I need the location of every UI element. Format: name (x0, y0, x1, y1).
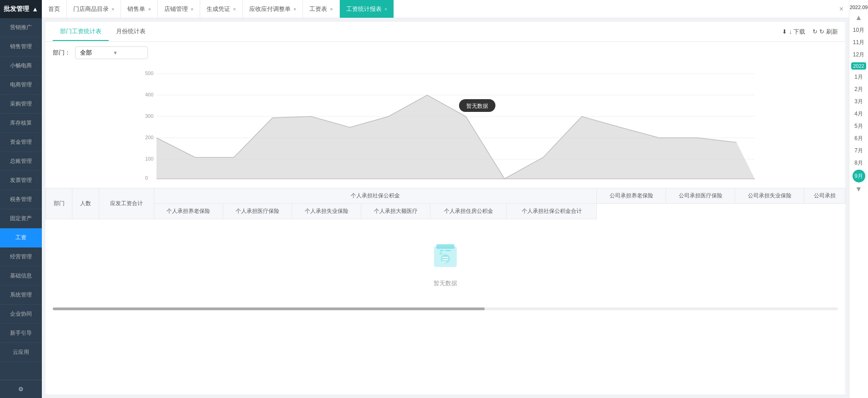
sidebar-item-销售管理[interactable]: 销售管理 (0, 37, 42, 56)
tab-close-icon[interactable]: × (233, 6, 236, 12)
timeline-prev-button[interactable]: ▲ (853, 12, 864, 24)
sidebar-item-资金管理[interactable]: 资金管理 (0, 133, 42, 152)
col-header-total-wage: 应发工资合计 (99, 188, 154, 219)
timeline-month-3[interactable]: 3月 (849, 96, 868, 107)
main-area: 首页门店商品目录×销售单×店铺管理×生成凭证×应收应付调整单×工资表×工资统计报… (42, 0, 849, 398)
sidebar-item-库存核算[interactable]: 库存核算 (0, 114, 42, 133)
settings-icon[interactable]: ⚙ (18, 386, 24, 393)
sidebar-title: 批发管理 (4, 5, 29, 13)
data-table: 部门 人数 应发工资合计 个人承担社保公积金 公司承担养老保险 公司承担医疗保险… (45, 188, 845, 219)
content-area: 部门工资统计表月份统计表 ⬇ ↓ 下载 ↻ ↻ 刷新 部门： 全部 ▼ (45, 22, 845, 394)
tab-close-icon[interactable]: × (111, 6, 114, 12)
sidebar-header: 批发管理 ▲ (0, 0, 42, 18)
sidebar-item-云应用[interactable]: 云应用 (0, 343, 42, 362)
tab-close-icon[interactable]: × (148, 6, 151, 12)
timeline-panel: 2022.09 ▲ 10月 11月 12月 2022 1月 2月 3月 4月 5… (849, 0, 868, 398)
close-all-tabs-button[interactable]: × (834, 5, 849, 13)
chart-area: 500 400 300 200 100 0 暂 (45, 64, 845, 188)
timeline-month-6[interactable]: 6月 (849, 133, 868, 144)
timeline-month-10[interactable]: 10月 (849, 25, 868, 36)
svg-rect-19 (442, 262, 447, 262)
sidebar-item-系统管理[interactable]: 系统管理 (0, 286, 42, 305)
sidebar-item-小畅电商[interactable]: 小畅电商 (0, 56, 42, 76)
department-select[interactable]: 全部 ▼ (75, 46, 148, 59)
table-wrapper[interactable]: 部门 人数 应发工资合计 个人承担社保公积金 公司承担养老保险 公司承担医疗保险… (45, 188, 845, 394)
empty-illustration (427, 237, 464, 274)
tab-close-icon[interactable]: × (384, 6, 387, 12)
svg-point-22 (439, 252, 442, 255)
timeline-month-9-active[interactable]: 9月 (853, 170, 865, 182)
sidebar-item-企业协同[interactable]: 企业协同 (0, 305, 42, 324)
tab-close-icon[interactable]: × (293, 6, 296, 12)
tab-生成凭证[interactable]: 生成凭证× (200, 0, 242, 18)
sub-tab-月份统计表[interactable]: 月份统计表 (109, 23, 153, 41)
tab-工资统计报表[interactable]: 工资统计报表× (340, 0, 394, 18)
sidebar-item-税务管理[interactable]: 税务管理 (0, 190, 42, 209)
tab-首页[interactable]: 首页 (42, 0, 67, 18)
download-label: ↓ 下载 (789, 28, 805, 36)
tab-bar: 首页门店商品目录×销售单×店铺管理×生成凭证×应收应付调整单×工资表×工资统计报… (42, 0, 849, 18)
timeline-month-8[interactable]: 8月 (849, 157, 868, 169)
col-header-personal-insurance: 个人承担社保公积金 (154, 188, 597, 204)
sub-tabs-row: 部门工资统计表月份统计表 ⬇ ↓ 下载 ↻ ↻ 刷新 (45, 22, 845, 42)
timeline-month-12[interactable]: 12月 (849, 49, 868, 60)
col-header-dept: 部门 (46, 188, 72, 219)
col-header-company-other: 公司承担 (804, 188, 845, 204)
sidebar-items: 营销推广销售管理小畅电商电商管理采购管理库存核算资金管理总账管理发票管理税务管理… (0, 18, 42, 380)
empty-text: 暂无数据 (434, 279, 457, 287)
tab-门店商品目录[interactable]: 门店商品目录× (67, 0, 121, 18)
empty-state: 暂无数据 (45, 219, 845, 306)
col-header-p-unemployment: 个人承担失业保险 (292, 204, 361, 219)
col-header-count: 人数 (72, 188, 99, 219)
svg-rect-21 (445, 250, 451, 251)
sidebar-item-工资[interactable]: 工资 (0, 228, 42, 247)
download-icon: ⬇ (782, 28, 787, 35)
sub-tabs-right: ⬇ ↓ 下载 ↻ ↻ 刷新 (782, 28, 838, 36)
svg-rect-17 (442, 257, 449, 258)
col-header-p-total: 个人承担社保公积金合计 (506, 204, 597, 219)
sidebar-collapse-icon[interactable]: ▲ (32, 5, 38, 13)
col-header-p-housing: 个人承担住房公积金 (430, 204, 507, 219)
chevron-down-icon: ▼ (113, 50, 143, 55)
sidebar-footer[interactable]: ⚙ (0, 380, 42, 398)
tab-工资表[interactable]: 工资表× (303, 0, 339, 18)
tab-close-icon[interactable]: × (330, 6, 333, 12)
sidebar-item-营销推广[interactable]: 营销推广 (0, 18, 42, 37)
timeline-month-1[interactable]: 1月 (849, 71, 868, 83)
timeline-month-4[interactable]: 4月 (849, 108, 868, 120)
col-header-company-medical: 公司承担医疗保险 (666, 188, 735, 204)
timeline-top-label: 2022.09 (849, 4, 868, 11)
tab-店铺管理[interactable]: 店铺管理× (158, 0, 200, 18)
svg-text:0: 0 (145, 175, 148, 181)
sidebar-item-新手引导[interactable]: 新手引导 (0, 324, 42, 343)
sidebar-item-基础信息[interactable]: 基础信息 (0, 267, 42, 286)
sidebar-item-经营管理[interactable]: 经营管理 (0, 247, 42, 267)
col-header-p-large-medical: 个人承担大额医疗 (361, 204, 430, 219)
timeline-year-2022: 2022 (851, 62, 866, 70)
sidebar-item-发票管理[interactable]: 发票管理 (0, 171, 42, 190)
svg-text:500: 500 (145, 71, 153, 76)
col-header-company-old: 公司承担养老保险 (597, 188, 666, 204)
tab-销售单[interactable]: 销售单× (121, 0, 157, 18)
refresh-button[interactable]: ↻ ↻ 刷新 (812, 28, 838, 36)
sub-tabs-left: 部门工资统计表月份统计表 (53, 23, 153, 40)
download-button[interactable]: ⬇ ↓ 下载 (782, 28, 805, 36)
svg-text:400: 400 (145, 92, 153, 97)
timeline-month-5[interactable]: 5月 (849, 121, 868, 132)
sidebar-item-电商管理[interactable]: 电商管理 (0, 76, 42, 95)
col-header-p-old: 个人承担养老保险 (154, 204, 223, 219)
timeline-next-button[interactable]: ▼ (853, 183, 864, 195)
line-chart: 500 400 300 200 100 0 暂 (53, 68, 838, 186)
filter-row: 部门： 全部 ▼ (45, 42, 845, 64)
timeline-month-7[interactable]: 7月 (849, 145, 868, 156)
tab-应收应付调整单[interactable]: 应收应付调整单× (243, 0, 303, 18)
sidebar-item-总账管理[interactable]: 总账管理 (0, 152, 42, 171)
refresh-label: ↻ 刷新 (819, 28, 838, 36)
timeline-month-2[interactable]: 2月 (849, 84, 868, 95)
timeline-month-11[interactable]: 11月 (849, 37, 868, 48)
sidebar-item-固定资产[interactable]: 固定资产 (0, 209, 42, 228)
tab-close-icon[interactable]: × (191, 6, 193, 12)
horizontal-scrollbar[interactable] (53, 307, 838, 310)
sidebar-item-采购管理[interactable]: 采购管理 (0, 95, 42, 114)
sub-tab-部门工资统计表[interactable]: 部门工资统计表 (53, 23, 109, 41)
